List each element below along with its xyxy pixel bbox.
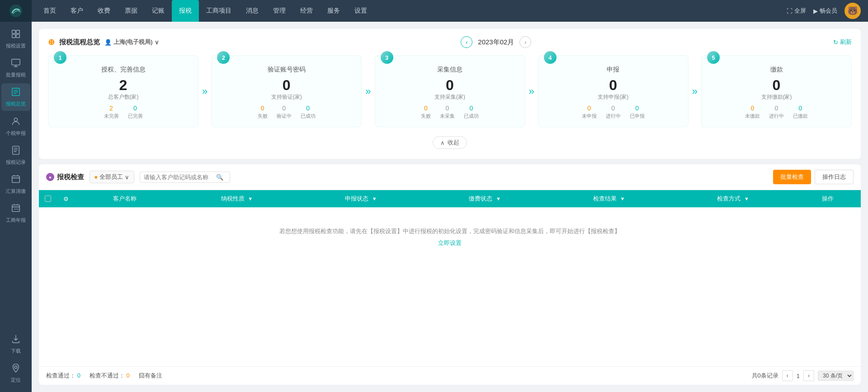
col-check-method: 检查方式 ▼ — [671, 190, 795, 207]
sidebar-item-overview[interactable]: 报税总览 — [1, 83, 30, 110]
step-2-stat-1[interactable]: 0 验证中 — [277, 105, 292, 120]
sidebar-item-location[interactable]: 定位 — [1, 359, 30, 387]
step-1-stat-0[interactable]: 2 未完善 — [104, 105, 119, 120]
nav-client[interactable]: 客户 — [63, 0, 90, 22]
step-5-title: 缴款 — [770, 66, 783, 74]
step-5-stat-0[interactable]: 0 未缴款 — [745, 105, 760, 120]
step-2-main-num: 0 — [283, 77, 291, 93]
nav-business[interactable]: 工商项目 — [199, 0, 239, 22]
app-logo[interactable] — [0, 0, 32, 22]
gear-icon[interactable]: ⚙ — [63, 196, 69, 202]
refresh-icon: ↻ — [833, 39, 838, 46]
step-5-card: 5 缴款 0 支持缴款(家) 0 未缴款 0 进行中 — [701, 55, 852, 127]
pass-label: 检查通过： 0 — [46, 372, 80, 380]
filter-tag-icon: ■ — [94, 174, 98, 180]
step-3-stat-0[interactable]: 0 失败 — [421, 105, 431, 120]
nav-service[interactable]: 服务 — [320, 0, 347, 22]
step-2-val-0: 0 — [261, 105, 264, 112]
batch-check-button[interactable]: 批量检查 — [773, 170, 811, 184]
nav-accounting[interactable]: 记账 — [145, 0, 172, 22]
tax-record-icon — [11, 145, 21, 158]
step-3-stat-1[interactable]: 0 未采集 — [440, 105, 455, 120]
step-2-val-2: 0 — [306, 105, 310, 112]
collapse-btn[interactable]: ∧ 收起 — [433, 136, 467, 149]
collapse-up-icon: ∧ — [440, 139, 445, 146]
nav-settings[interactable]: 设置 — [347, 0, 374, 22]
sidebar-item-personal-tax[interactable]: 个税申报 — [1, 113, 30, 140]
step-2-stat-0[interactable]: 0 失败 — [258, 105, 268, 120]
page-size-select[interactable]: 30 条/页 — [818, 371, 854, 381]
nav-tax[interactable]: 报税 — [172, 0, 199, 22]
check-header-right: 批量检查 操作日志 — [773, 170, 854, 184]
step-2-num: 2 — [217, 51, 230, 64]
filter-tax-nature-icon[interactable]: ▼ — [248, 196, 253, 201]
nav-fee[interactable]: 收费 — [90, 0, 118, 22]
arrow-2: » — [362, 55, 374, 127]
filter-method-icon[interactable]: ▼ — [744, 196, 749, 201]
svg-rect-3 — [12, 34, 15, 38]
collapse-bar: ∧ 收起 — [48, 134, 852, 152]
prev-page-btn[interactable]: ‹ — [782, 370, 793, 381]
sidebar-item-tax-record[interactable]: 报税记录 — [1, 142, 30, 169]
check-table: ⚙ 客户名称 纳税性质 ▼ 申报状态 ▼ — [39, 190, 861, 267]
step-1-stat-1[interactable]: 0 已完善 — [128, 105, 143, 120]
step-1-stats: 2 未完善 0 已完善 — [104, 105, 143, 120]
step-5-stat-2[interactable]: 0 已缴款 — [793, 105, 808, 120]
search-box: 🔍 — [140, 172, 230, 183]
sidebar-item-download[interactable]: 下载 — [1, 330, 30, 358]
step-4-card: 4 申报 0 支持申报(家) 0 未申报 0 进行中 — [538, 55, 689, 127]
next-page-btn[interactable]: › — [803, 370, 814, 381]
sidebar-item-tax-settings[interactable]: 报税设置 — [1, 25, 30, 53]
nav-invoice[interactable]: 票据 — [118, 0, 145, 22]
select-all-checkbox[interactable] — [45, 196, 51, 202]
step-2-stat-2[interactable]: 0 已成功 — [301, 105, 316, 120]
employee-filter[interactable]: ■ 全部员工 ∨ — [90, 171, 134, 183]
operation-log-button[interactable]: 操作日志 — [815, 170, 854, 184]
step-1-card: 1 授权、完善信息 2 总客户数(家) 2 未完善 0 已完善 — [48, 55, 198, 127]
sidebar-label-annual-report: 工商年报 — [6, 217, 26, 223]
overview-plus-icon: ⊕ — [48, 37, 55, 47]
step-1-val-1: 0 — [133, 105, 137, 112]
nav-message[interactable]: 消息 — [239, 0, 266, 22]
chevron-down-icon: ∨ — [155, 39, 159, 46]
fail-count[interactable]: 0 — [126, 372, 129, 379]
nav-operation[interactable]: 经营 — [293, 0, 320, 22]
fullscreen-btn[interactable]: ⛶ 全屏 — [787, 7, 806, 15]
filter-result-icon[interactable]: ▼ — [620, 196, 625, 201]
step-3-main-num: 0 — [446, 77, 454, 93]
sidebar-item-annual-report[interactable]: 工商年报 — [1, 200, 30, 227]
col-checkbox — [39, 190, 57, 207]
annual-report-icon — [11, 203, 21, 215]
avatar[interactable]: 🐻 — [844, 3, 861, 19]
content-area: ⊕ 报税流程总览 👤 上海(电子税局) ∨ ‹ 2023年02月 › ↻ 刷新 — [32, 22, 868, 392]
prev-month-btn[interactable]: ‹ — [461, 36, 472, 48]
table-empty-msg: 若您想使用报税检查功能，请先在【报税设置】中进行报税的初始化设置，完成密码验证和… — [39, 207, 861, 267]
nav-home[interactable]: 首页 — [36, 0, 63, 22]
nav-manage[interactable]: 管理 — [266, 0, 293, 22]
pass-count[interactable]: 0 — [77, 372, 80, 379]
step-3-stat-2[interactable]: 0 已成功 — [464, 105, 479, 120]
location-tag[interactable]: 👤 上海(电子税局) ∨ — [104, 38, 159, 46]
vip-btn[interactable]: ▶ 畅会员 — [813, 7, 837, 15]
sidebar-bottom: 下载 定位 — [1, 330, 30, 392]
setup-link[interactable]: 立即设置 — [438, 239, 462, 246]
nav-items: 首页 客户 收费 票据 记账 报税 工商项目 消息 管理 经营 服务 设置 — [32, 0, 787, 22]
check-purple-icon: ● — [46, 173, 54, 181]
total-records: 共0条记录 — [752, 372, 778, 380]
sidebar-item-settlement[interactable]: 汇算清缴 — [1, 171, 30, 198]
step-1-num: 1 — [54, 51, 66, 64]
location-icon — [11, 363, 21, 375]
sidebar-item-batch-tax[interactable]: 批量报税 — [1, 54, 30, 81]
filter-pay-icon[interactable]: ▼ — [496, 196, 501, 201]
step-4-stat-0[interactable]: 0 未申报 — [582, 105, 597, 120]
next-month-btn[interactable]: › — [519, 36, 531, 48]
refresh-btn[interactable]: ↻ 刷新 — [833, 38, 852, 46]
step-4-stat-1[interactable]: 0 进行中 — [606, 105, 621, 120]
search-icon[interactable]: 🔍 — [216, 174, 223, 181]
step-4-stat-2[interactable]: 0 已申报 — [630, 105, 645, 120]
top-nav: 首页 客户 收费 票据 记账 报税 工商项目 消息 管理 经营 服务 设置 ⛶ … — [0, 0, 868, 22]
filter-declare-icon[interactable]: ▼ — [372, 196, 377, 201]
search-input[interactable] — [144, 174, 216, 181]
svg-point-11 — [14, 366, 17, 368]
step-5-stat-1[interactable]: 0 进行中 — [769, 105, 784, 120]
